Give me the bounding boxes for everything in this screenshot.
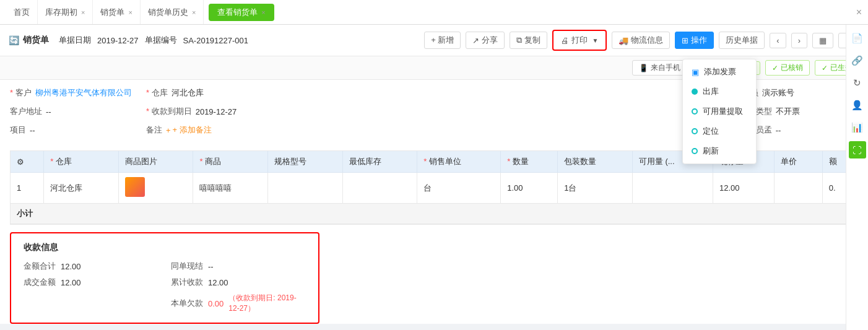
col-unit-price: 单价	[775, 151, 823, 173]
nav-next-button[interactable]: ›	[791, 33, 807, 48]
grid-view-button[interactable]: ▦	[812, 33, 833, 48]
dropdown-available-fetch[interactable]: 可用量提取	[683, 102, 756, 121]
dropdown-outbound[interactable]: 出库	[683, 82, 756, 102]
close-tab-history[interactable]: ×	[192, 9, 196, 16]
project-field: 项目 --	[10, 124, 134, 136]
total-amount-label: 金额合计	[24, 261, 56, 272]
doc-header: 🔄 销货单 单据日期 2019-12-27 单据编号 SA-20191227-0…	[0, 25, 868, 56]
transaction-label: 成交金额	[24, 277, 56, 288]
warehouse-label: 仓库	[146, 87, 168, 98]
tab-home[interactable]: 首页	[6, 0, 38, 24]
col-warehouse: * 仓库	[44, 151, 119, 173]
doc-meta: 单据日期 2019-12-27 单据编号 SA-20191227-001	[59, 35, 248, 46]
sidebar-expand-icon[interactable]: ⛶	[849, 141, 866, 158]
row-sales-unit: 台	[417, 173, 501, 204]
row-available	[632, 173, 713, 204]
close-tab-inventory[interactable]: ×	[81, 9, 85, 16]
close-tab-view[interactable]: ×	[261, 9, 265, 16]
customer-value[interactable]: 柳州粤港平安气体有限公司	[35, 87, 132, 98]
current-debt-item: 本单欠款 0.00 （收款到期日: 2019-12-27）	[171, 293, 306, 314]
sidebar-refresh-icon[interactable]: ↻	[849, 74, 866, 92]
note-field: 备注 + + 添加备注	[146, 124, 270, 136]
sidebar-data-icon[interactable]: 📊	[849, 119, 866, 136]
verified-button[interactable]: ✓ 已核销	[765, 60, 810, 76]
row-product: 嘻嘻嘻嘻	[193, 173, 268, 204]
warehouse-field: 仓库 河北仓库	[146, 87, 270, 98]
dropdown-refresh[interactable]: 刷新	[683, 141, 756, 161]
note-label: 备注	[146, 124, 162, 136]
subtotal-row: 小计	[11, 204, 857, 224]
salesperson-value: --	[776, 126, 781, 135]
row-pack-qty: 1台	[558, 173, 633, 204]
same-order-value: --	[208, 262, 214, 271]
col-pack-qty: 包装数量	[558, 151, 633, 173]
print-button[interactable]: 🖨 打印 ▼	[555, 32, 604, 48]
col-product: * 商品	[193, 151, 268, 173]
operate-dropdown: ▣ 添加发票 出库 可用量提取 定位 刷新	[682, 59, 757, 164]
outbound-icon	[692, 89, 698, 95]
sidebar-doc-icon[interactable]: 📄	[849, 30, 866, 47]
close-tab-sales[interactable]: ×	[128, 9, 132, 16]
locate-icon	[692, 128, 698, 134]
staff-value: 演示账号	[762, 87, 794, 98]
add-note-button[interactable]: + + 添加备注	[166, 124, 212, 136]
dropdown-locate[interactable]: 定位	[683, 121, 756, 141]
effective-icon: ✓	[822, 64, 828, 72]
row-min-stock	[342, 173, 417, 204]
row-product-img	[118, 173, 193, 204]
available-icon	[692, 108, 698, 115]
col-spec: 规格型号	[268, 151, 343, 173]
grid-icon: ▦	[819, 36, 827, 45]
close-all-tabs[interactable]: ×	[856, 7, 862, 18]
tab-inventory-init[interactable]: 库存期初 ×	[38, 0, 93, 24]
sidebar-person-icon[interactable]: 👤	[849, 97, 866, 114]
logistics-icon: 🚚	[618, 36, 628, 45]
refresh-icon	[692, 148, 698, 154]
customer-label: 客户	[10, 87, 32, 98]
total-amount-value: 12.00	[61, 262, 81, 271]
doc-actions: + 新增 ↗ 分享 ⧉ 复制 🖨 打印 ▼ 🚚 物流信息	[424, 30, 859, 51]
col-sales-unit: * 销售单位	[417, 151, 501, 173]
from-phone-button[interactable]: 📱 来自手机	[632, 60, 687, 76]
right-sidebar: 📄 🔗 ↻ 👤 📊 ⛶	[846, 25, 868, 330]
print-button-highlight: 🖨 打印 ▼	[552, 30, 607, 51]
tab-bar: 首页 库存期初 × 销货单 × 销货单历史 × 查看销货单 × ×	[0, 0, 868, 25]
verified-icon: ✓	[772, 64, 778, 72]
operate-button[interactable]: ⊞ 操作	[675, 32, 714, 49]
same-order-label: 同单现结	[171, 261, 203, 272]
cumulative-value: 12.00	[208, 278, 228, 287]
address-field: 客户地址 --	[10, 106, 134, 117]
copy-button[interactable]: ⧉ 复制	[510, 32, 547, 49]
address-label: 客户地址	[10, 106, 42, 117]
customer-field: 客户 柳州粤港平安气体有限公司	[10, 87, 134, 98]
operate-icon: ⊞	[682, 36, 688, 45]
tab-sales-history[interactable]: 销货单历史 ×	[141, 0, 204, 24]
doc-title: 🔄 销货单	[9, 35, 49, 46]
total-amount-item: 金额合计 12.00	[24, 261, 158, 272]
settings-icon[interactable]: ⚙	[17, 157, 24, 167]
dropdown-add-invoice[interactable]: ▣ 添加发票	[683, 62, 756, 82]
nav-prev-button[interactable]: ‹	[770, 33, 786, 48]
logistics-button[interactable]: 🚚 物流信息	[612, 32, 670, 49]
tab-sales-order[interactable]: 销货单 ×	[93, 0, 140, 24]
table-row: 1 河北仓库 嘻嘻嘻嘻 台 1.00 1台 12.00 0.	[11, 173, 857, 204]
subtotal-label: 小计	[11, 204, 857, 224]
transaction-value: 12.00	[61, 278, 81, 287]
payment-grid: 金额合计 12.00 同单现结 -- 成交金额 12.00 累计收款 12.00…	[24, 261, 306, 314]
sidebar-link-icon[interactable]: 🔗	[849, 52, 866, 69]
print-dropdown-arrow[interactable]: ▼	[592, 37, 598, 44]
tab-view-sales[interactable]: 查看销货单 ×	[209, 4, 274, 21]
col-min-stock: 最低库存	[342, 151, 417, 173]
row-quantity: 1.00	[501, 173, 558, 204]
row-warehouse: 河北仓库	[44, 173, 119, 204]
new-button[interactable]: + 新增	[424, 32, 461, 49]
project-value: --	[30, 126, 35, 135]
row-current-stock: 12.00	[713, 173, 774, 204]
share-button[interactable]: ↗ 分享	[466, 32, 505, 49]
product-thumbnail	[125, 177, 145, 197]
ticket-value: 不开票	[776, 106, 800, 117]
history-button[interactable]: 历史单据	[719, 32, 765, 49]
address-value: --	[46, 107, 51, 116]
same-order-item: 同单现结 --	[171, 261, 306, 272]
debt-note: （收款到期日: 2019-12-27）	[228, 293, 306, 314]
